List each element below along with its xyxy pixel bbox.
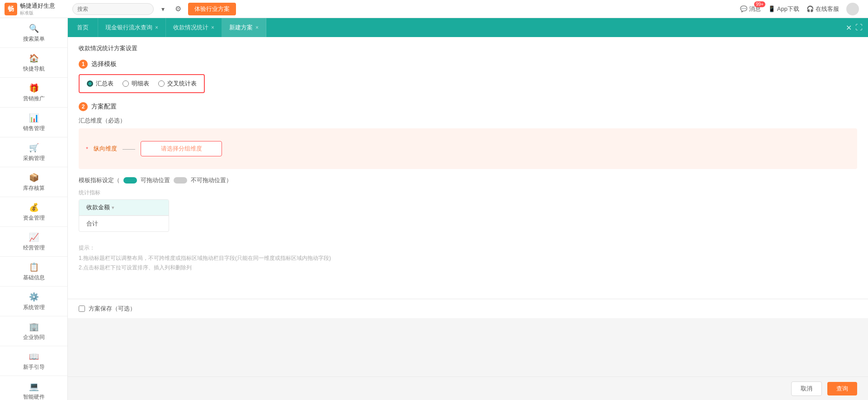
tab-newplan-label: 新建方案 [229,24,253,32]
dimension-config-label: 汇总维度（必选） [79,117,857,125]
radio-cross-input[interactable] [158,80,165,87]
support-btn[interactable]: 🎧 在线客服 [807,5,839,13]
support-icon: 🎧 [807,5,814,12]
save-label: 方案保存（可选） [89,305,136,313]
sidebar-label-purchase: 采购管理 [23,155,45,162]
sidebar-item-purchase[interactable]: 🛒 采购管理 [0,137,67,167]
trial-button[interactable]: 体验行业方案 [188,3,236,15]
sidebar-item-inventory[interactable]: 📦 库存核算 [0,167,67,197]
metrics-col-header[interactable]: 收款金额 ▾ [79,200,133,215]
draggable-indicator [123,177,137,184]
sidebar-label-operation: 经营管理 [23,244,45,252]
col-dropdown-icon[interactable]: ▾ [112,205,114,211]
sidebar-item-guide[interactable]: 📖 新手引导 [0,346,67,376]
radio-detail-input[interactable] [123,80,129,87]
sidebar-label-corp: 企业协同 [23,334,45,341]
dim-selector[interactable]: 请选择分组维度 [141,141,222,156]
sidebar-label-quicknav: 快捷导航 [23,65,45,73]
row-total-label: 合计 [86,220,98,227]
sidebar-item-quicknav[interactable]: 🏠 快捷导航 [0,48,67,78]
logo-icon: 畅 [5,3,17,15]
sidebar-label-finance: 资金管理 [23,214,45,222]
metrics-layout: 统计指标 收款金额 ▾ [79,189,857,233]
logo-area: 畅 畅捷通好生意 标准版 [5,2,72,16]
sidebar-item-search[interactable]: 🔍 搜索菜单 [0,18,67,48]
tab-maximize-btn[interactable]: ⛶ [855,24,863,32]
tab-home[interactable]: 首页 [68,18,98,37]
header-right: 💬 消息 99+ 📱 App下载 🎧 在线客服 [740,3,859,15]
radio-detail-label: 明细表 [132,80,149,88]
vertical-label: 纵向维度 [94,145,117,153]
settings-btn[interactable]: ⚙ [172,3,184,15]
dropdown-btn[interactable]: ▾ [157,4,168,14]
tab-home-label: 首页 [77,24,89,32]
page-content: 收款情况统计方案设置 1 选择模板 汇总表 [68,37,868,376]
user-avatar[interactable] [846,3,859,15]
save-checkbox[interactable] [79,306,85,312]
tab-cashflow[interactable]: 现金银行流水查询 × [98,18,166,37]
step2-num: 2 [79,102,88,111]
step1-title: 选择模板 [91,60,117,68]
message-btn[interactable]: 💬 消息 99+ [740,5,761,13]
hardware-icon: 💻 [29,381,39,391]
dim-placeholder: 请选择分组维度 [161,145,202,153]
header-middle: ▾ ⚙ 体验行业方案 [72,3,740,15]
metrics-section: 模板指标设定（ 可拖动位置 不可拖动位置） 统计指标 [79,176,857,233]
cancel-button[interactable]: 取消 [791,381,822,396]
radio-summary-label: 汇总表 [96,80,113,88]
step1-header: 1 选择模板 [79,60,857,69]
step1-num: 1 [79,60,88,69]
required-star: * [86,146,88,152]
sidebar-item-system[interactable]: ⚙️ 系统管理 [0,287,67,316]
message-badge: 99+ [754,1,765,7]
download-btn[interactable]: 📱 App下载 [768,5,799,13]
sidebar-item-sales[interactable]: 📊 销售管理 [0,108,67,137]
footer-bar: 取消 查询 [68,376,868,400]
stat-label: 统计指标 [79,189,169,197]
base-icon: 📋 [29,262,39,272]
sidebar-label-guide: 新手引导 [23,363,45,371]
search-input[interactable] [72,3,154,15]
guide-icon: 📖 [29,352,39,362]
sidebar-item-marketing[interactable]: 🎁 营销推广 [0,78,67,108]
radio-summary-input[interactable] [87,80,93,87]
sidebar-item-hardware[interactable]: 💻 智能硬件 [0,376,67,400]
message-icon: 💬 [740,5,747,12]
sidebar-label-hardware: 智能硬件 [23,393,45,400]
radio-summary[interactable]: 汇总表 [87,80,113,88]
sidebar-label-inventory: 库存核算 [23,184,45,192]
sidebar-item-base[interactable]: 📋 基础信息 [0,257,67,287]
tab-collection[interactable]: 收款情况统计 × [166,18,222,37]
tab-newplan-close[interactable]: × [255,24,259,31]
metrics-table: 收款金额 ▾ 合计 [79,199,169,232]
tab-cashflow-close[interactable]: × [155,24,158,31]
tab-cashflow-label: 现金银行流水查询 [105,24,152,32]
tab-collection-close[interactable]: × [211,24,214,31]
sidebar-item-operation[interactable]: 📈 经营管理 [0,227,67,257]
metrics-table-body: 合计 [79,216,169,231]
query-button[interactable]: 查询 [827,382,857,395]
tab-close-all-btn[interactable]: ✕ [846,24,852,32]
step2-section: 2 方案配置 汇总维度（必选） * 纵向维度 —— [79,102,857,281]
sidebar-label-marketing: 营销推广 [23,95,45,103]
main-layout: 🔍 搜索菜单 🏠 快捷导航 🎁 营销推广 📊 销售管理 🛒 采购管理 📦 库存核… [0,18,868,400]
metrics-label: 模板指标设定（ 可拖动位置 不可拖动位置） [79,176,857,184]
search-menu-icon: 🔍 [29,24,39,33]
top-header: 畅 畅捷通好生意 标准版 ▾ ⚙ 体验行业方案 💬 消息 99+ 📱 App下载… [0,0,868,18]
tip2: 2.点击标题栏下拉可设置排序、插入列和删除列 [79,264,857,272]
dimension-title-text: 汇总维度（必选） [79,117,126,124]
sidebar-label-base: 基础信息 [23,274,45,282]
page-title: 收款情况统计方案设置 [79,44,857,52]
download-icon: 📱 [768,5,775,12]
col-header-label: 收款金额 [86,203,110,212]
logo-text: 畅捷通好生意 [20,2,55,10]
sidebar-label-search: 搜索菜单 [23,35,45,43]
sidebar-item-corp[interactable]: 🏢 企业协同 [0,316,67,346]
tab-newplan[interactable]: 新建方案 × [222,18,266,37]
inventory-icon: 📦 [29,173,39,183]
radio-detail[interactable]: 明细表 [123,80,149,88]
tip1: 1.拖动标题栏可以调整布局，不可跨维度或指标区域拖动栏目字段(只能在同一维度或指… [79,254,857,262]
radio-cross[interactable]: 交叉统计表 [158,80,197,88]
finance-icon: 💰 [29,202,39,212]
sidebar-item-finance[interactable]: 💰 资金管理 [0,197,67,227]
